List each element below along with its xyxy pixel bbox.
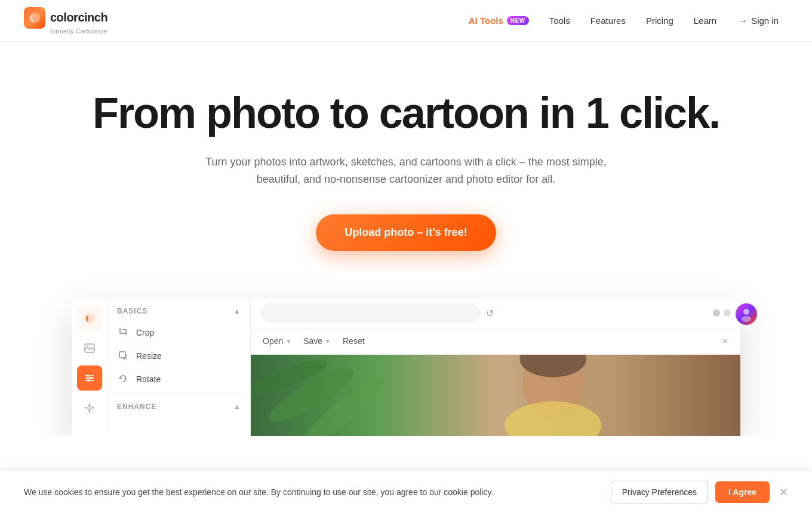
sidebar-adjust-btn[interactable] — [77, 365, 102, 391]
logo-icon — [24, 7, 45, 29]
logo-subtitle: formerly Cartoonize — [50, 27, 107, 35]
sidebar-sparkle-btn[interactable] — [77, 395, 102, 420]
hero-subtitle: Turn your photos into artwork, sketches,… — [197, 153, 615, 188]
rotate-label: Rotate — [136, 374, 161, 384]
avatar-close-icon[interactable]: ✕ — [722, 337, 728, 346]
svg-point-6 — [87, 374, 89, 377]
nav-tools[interactable]: Tools — [541, 11, 579, 30]
hero-title: From photo to cartoon in 1 click. — [12, 90, 800, 137]
nav-links: AI Tools NEW Tools Features Pricing Lear… — [460, 11, 788, 31]
canvas-image — [251, 355, 740, 436]
editor-preview: BASICS ▲ Crop Re — [48, 299, 764, 436]
sidebar-logo-btn[interactable] — [77, 306, 102, 331]
svg-point-8 — [87, 379, 90, 382]
open-button[interactable]: Open ▼ — [263, 336, 291, 346]
rotate-item[interactable]: Rotate — [107, 368, 250, 391]
tool-panel: BASICS ▲ Crop Re — [107, 299, 251, 436]
navbar: colorcinch formerly Cartoonize AI Tools … — [0, 0, 812, 42]
svg-rect-9 — [119, 352, 125, 358]
nav-pricing[interactable]: Pricing — [638, 11, 682, 30]
enhance-chevron: ▲ — [233, 403, 241, 411]
search-bar — [260, 303, 480, 322]
logo-name: colorcinch — [50, 11, 107, 24]
editor-actions: Open ▼ Save ▼ Reset ✕ — [251, 328, 740, 355]
signin-button[interactable]: → Sign in — [728, 11, 788, 31]
svg-point-7 — [90, 377, 92, 379]
nav-learn[interactable]: Learn — [685, 11, 725, 30]
resize-label: Resize — [136, 351, 162, 361]
rotate-icon — [117, 374, 129, 385]
signin-icon: → — [738, 16, 748, 26]
upload-button[interactable]: Upload photo – it's free! — [316, 214, 496, 251]
editor-main: ↺ Open ▼ Save ▼ Reset — [251, 299, 740, 436]
editor-canvas — [251, 355, 740, 436]
dot-2 — [724, 309, 731, 317]
sidebar-icons — [72, 299, 107, 436]
hero-section: From photo to cartoon in 1 click. Turn y… — [0, 42, 812, 287]
logo[interactable]: colorcinch formerly Cartoonize — [24, 7, 107, 35]
open-chevron: ▼ — [285, 338, 291, 345]
basics-chevron: ▲ — [233, 307, 241, 315]
save-button[interactable]: Save ▼ — [303, 336, 331, 346]
enhance-label: ENHANCE — [117, 403, 156, 411]
crop-label: Crop — [136, 328, 154, 337]
crop-icon — [117, 327, 129, 339]
sidebar-image-btn[interactable] — [77, 336, 102, 361]
svg-point-0 — [84, 313, 95, 324]
nav-features[interactable]: Features — [582, 11, 634, 30]
crop-item[interactable]: Crop — [107, 321, 250, 345]
dot-1 — [713, 309, 720, 317]
nav-ai-tools[interactable]: AI Tools NEW — [460, 11, 537, 30]
resize-item[interactable]: Resize — [107, 345, 250, 368]
editor-shell: BASICS ▲ Crop Re — [72, 299, 740, 436]
enhance-header: ENHANCE ▲ — [107, 394, 250, 417]
resize-icon — [117, 351, 129, 362]
svg-point-2 — [87, 345, 88, 347]
reload-icon[interactable]: ↺ — [486, 308, 494, 319]
ai-badge: NEW — [507, 16, 529, 25]
basics-header: BASICS ▲ — [107, 299, 250, 321]
save-chevron: ▼ — [325, 338, 331, 345]
reset-button[interactable]: Reset — [343, 336, 365, 346]
editor-toolbar: ↺ — [251, 299, 740, 328]
basics-label: BASICS — [117, 307, 147, 315]
toolbar-dots — [713, 309, 731, 317]
